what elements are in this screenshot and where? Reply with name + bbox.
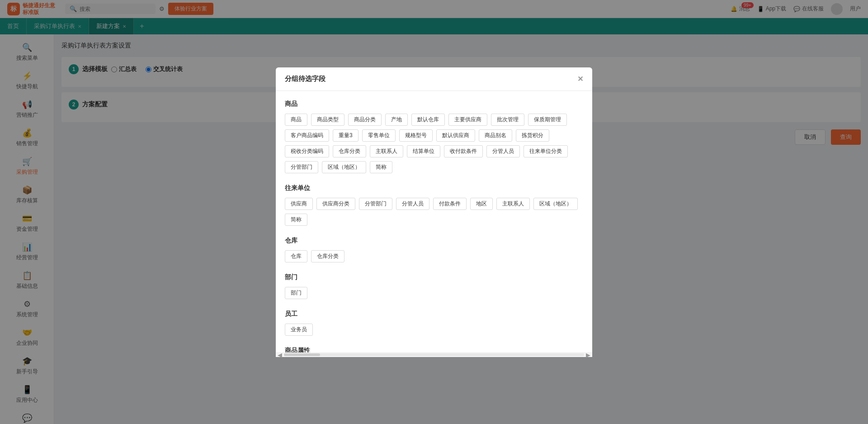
chip-product-alias[interactable]: 商品别名 [479,129,512,142]
hscroll-thumb[interactable] [284,353,320,356]
section-staff-chips: 业务员 [285,324,583,336]
section-product-chips: 商品 商品类型 商品分类 产地 默认仓库 主要供应商 批次管理 保质期管理 客户… [285,114,583,173]
modal-close-button[interactable]: ✕ [577,75,583,83]
chip-tax-code[interactable]: 税收分类编码 [285,145,329,157]
modal-body: 商品 商品 商品类型 商品分类 产地 默认仓库 主要供应商 批次管理 保质期管理… [276,91,592,353]
chip-dept[interactable]: 部门 [285,287,307,299]
chip-partner-supervisor[interactable]: 分管人员 [396,198,429,210]
modal-title: 分组待选字段 [285,75,326,83]
section-staff-title: 员工 [285,310,583,318]
chip-salesperson[interactable]: 业务员 [285,324,313,336]
section-dept-chips: 部门 [285,287,583,299]
chip-settlement-unit[interactable]: 结算单位 [407,145,440,157]
modal-overlay[interactable]: 分组待选字段 ✕ 商品 商品 商品类型 商品分类 产地 默认仓库 主要供应商 批… [0,0,868,424]
chip-department[interactable]: 分管部门 [285,161,318,173]
chip-spec-model[interactable]: 规格型号 [399,129,433,142]
chip-product-category[interactable]: 商品分类 [348,114,382,126]
chip-customer-code[interactable]: 客户商品编码 [285,129,329,142]
chip-batch-mgmt[interactable]: 批次管理 [491,114,524,126]
section-warehouse-title: 仓库 [285,237,583,245]
chip-partner-category[interactable]: 往来单位分类 [524,145,568,157]
chip-default-warehouse[interactable]: 默认仓库 [411,114,445,126]
hscroll-right-arrow[interactable]: ▶ [586,352,590,358]
chip-supplier-cat[interactable]: 供应商分类 [316,198,355,210]
chip-supervisor[interactable]: 分管人员 [486,145,520,157]
modal-header: 分组待选字段 ✕ [276,67,592,91]
chip-partner-abbr[interactable]: 简称 [285,214,307,226]
chip-product-type[interactable]: 商品类型 [311,114,344,126]
chip-pick-points[interactable]: 拣货积分 [516,129,549,142]
section-warehouse-chips: 仓库 仓库分类 [285,250,583,262]
chip-short-name[interactable]: 简称 [370,161,392,173]
chip-payment-terms[interactable]: 收付款条件 [444,145,483,157]
section-staff: 员工 业务员 [285,310,583,336]
section-partner-chips: 供应商 供应商分类 分管部门 分管人员 付款条件 地区 主联系人 区域（地区） … [285,198,583,226]
chip-origin[interactable]: 产地 [385,114,408,126]
chip-partner-dept[interactable]: 分管部门 [359,198,392,210]
chip-partner-region[interactable]: 区域（地区） [533,198,578,210]
hscroll-left-arrow[interactable]: ◀ [278,352,282,358]
section-dept: 部门 部门 [285,273,583,299]
chip-main-supplier[interactable]: 主要供应商 [448,114,487,126]
chip-warehouse-category[interactable]: 仓库分类 [311,250,344,262]
chip-region[interactable]: 区域（地区） [322,161,366,173]
chip-weight3[interactable]: 重量3 [333,129,359,142]
chip-warehouse-cat[interactable]: 仓库分类 [333,145,366,157]
modal-hscrollbar[interactable]: ◀ ▶ [276,353,592,357]
section-partner: 往来单位 供应商 供应商分类 分管部门 分管人员 付款条件 地区 主联系人 区域… [285,184,583,226]
section-product: 商品 商品 商品类型 商品分类 产地 默认仓库 主要供应商 批次管理 保质期管理… [285,100,583,173]
modal: 分组待选字段 ✕ 商品 商品 商品类型 商品分类 产地 默认仓库 主要供应商 批… [276,67,592,357]
chip-main-contact[interactable]: 主联系人 [370,145,403,157]
chip-supplier[interactable]: 供应商 [285,198,313,210]
chip-default-supplier[interactable]: 默认供应商 [436,129,475,142]
section-product-title: 商品 [285,100,583,108]
chip-partner-contact[interactable]: 主联系人 [496,198,530,210]
chip-area[interactable]: 地区 [470,198,493,210]
section-partner-title: 往来单位 [285,184,583,192]
section-dept-title: 部门 [285,273,583,281]
chip-warehouse[interactable]: 仓库 [285,250,307,262]
chip-shelf-life[interactable]: 保质期管理 [528,114,567,126]
chip-product[interactable]: 商品 [285,114,307,126]
chip-retail-unit[interactable]: 零售单位 [362,129,396,142]
chip-pay-terms[interactable]: 付款条件 [433,198,467,210]
section-warehouse: 仓库 仓库 仓库分类 [285,237,583,262]
